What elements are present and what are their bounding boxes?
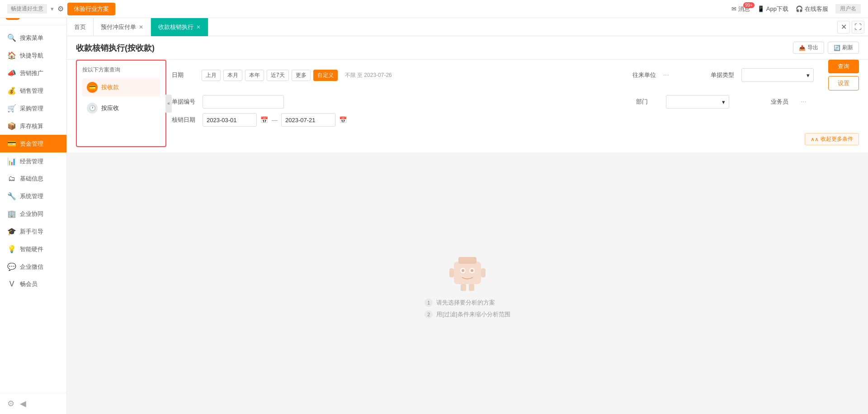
tab-prepay[interactable]: 预付冲应付单 ✕ <box>94 18 151 36</box>
settings-button[interactable]: 设置 <box>828 76 859 90</box>
message-button[interactable]: ✉ 消息 99+ <box>731 5 750 13</box>
collapse-up-icon: ∧∧ <box>811 136 819 143</box>
sidebar-item-hardware[interactable]: 💡 智能硬件 <box>0 240 66 258</box>
dropdown-arrow-icon[interactable]: ▾ <box>51 5 54 12</box>
tab-home[interactable]: 首页 <box>67 18 94 36</box>
online-service-button[interactable]: 🎧 在线客服 <box>796 5 828 13</box>
sidebar-item-enterprise[interactable]: 🏢 企业协同 <box>0 205 66 223</box>
top-bar-right: ✉ 消息 99+ 📱 App下载 🎧 在线客服 用户名 <box>731 4 861 14</box>
sales-label: 销售管理 <box>20 87 43 95</box>
collapse-sidebar-icon[interactable]: ◀ <box>20 399 26 409</box>
svg-rect-7 <box>481 268 486 277</box>
sidebar-item-shortcut[interactable]: 🏠 快捷导航 <box>0 47 66 64</box>
counterpart-label: 往来单位 <box>632 71 656 79</box>
bill-no-input[interactable] <box>203 95 284 109</box>
filter-right: 日期 上月 本月 本年 近7天 更多 自定义 不限 至 2023-07-26 往… <box>172 60 859 147</box>
sidebar-item-guide[interactable]: 🎓 新手引导 <box>0 223 66 240</box>
industry-solution-button[interactable]: 休验行业方案 <box>67 3 115 15</box>
empty-hint-2: 2 用[过滤]条件来缩小分析范围 <box>425 310 510 319</box>
date-filter-label: 日期 <box>172 71 194 79</box>
last-month-button[interactable]: 上月 <box>202 70 221 81</box>
empty-hints: 1 请先选择要分析的方案 2 用[过滤]条件来缩小分析范围 <box>425 299 510 319</box>
calendar-end-icon[interactable]: 📅 <box>339 116 347 124</box>
hardware-label: 智能硬件 <box>20 245 43 253</box>
app-download-button[interactable]: 📱 App下载 <box>757 5 788 13</box>
this-year-button[interactable]: 本年 <box>245 70 264 81</box>
payable-filter-icon: 🕐 <box>87 103 98 114</box>
enterprise-icon: 🏢 <box>7 209 16 218</box>
filter-option-by-receipt[interactable]: 💳 按收款 <box>82 78 160 96</box>
svg-rect-1 <box>458 257 476 264</box>
hint-text-2: 用[过滤]条件来缩小分析范围 <box>436 310 510 319</box>
sidebar-item-purchase[interactable]: 🛒 采购管理 <box>0 100 66 117</box>
tab-receipt[interactable]: 收款核销执行 ✕ <box>151 18 208 36</box>
verify-date-label: 核销日期 <box>172 116 195 124</box>
svg-rect-6 <box>449 268 454 277</box>
sidebar-item-member[interactable]: V 畅会员 <box>0 276 66 293</box>
calendar-start-icon[interactable]: 📅 <box>260 116 268 124</box>
user-profile[interactable]: 用户名 <box>835 4 861 14</box>
verify-date-range: 📅 — 📅 <box>203 113 347 127</box>
more-date-button[interactable]: 更多 <box>292 70 311 81</box>
app-download-label: App下载 <box>766 5 788 13</box>
verify-date-start-input[interactable] <box>203 113 257 127</box>
svg-rect-8 <box>461 284 466 291</box>
page-title-row: 收款核销执行(按收款) 📤 导出 🔄 刷新 <box>76 42 859 59</box>
filter-container: 按以下方案查询 💳 按收款 🕐 按应收 « 日期 上月 <box>76 60 859 147</box>
department-select[interactable]: ▾ <box>666 95 729 109</box>
sidebar-item-inventory[interactable]: 📦 库存核算 <box>0 117 66 135</box>
expand-tab-button[interactable]: ⛶ <box>852 21 864 33</box>
salesman-input[interactable]: ··· <box>801 98 807 106</box>
sidebar-item-operation[interactable]: 📊 经营管理 <box>0 152 66 170</box>
filter-row-2: 单据编号 部门 ▾ 业务员 ··· <box>172 95 859 109</box>
receipt-filter-icon: 💳 <box>87 82 98 93</box>
filter-sidebar: 按以下方案查询 💳 按收款 🕐 按应收 « <box>76 60 166 147</box>
bill-type-select[interactable]: ▾ <box>741 68 814 82</box>
enterprise-label: 企业协同 <box>20 210 43 218</box>
counterpart-input[interactable]: ··· <box>663 71 669 79</box>
collapse-more-button[interactable]: ∧∧ 收起更多条件 <box>805 133 859 145</box>
top-bar: 畅捷通好生意 ▾ ⚙ 休验行业方案 ✉ 消息 99+ 📱 App下载 🎧 在线客… <box>0 0 868 18</box>
member-label: 畅会员 <box>20 280 38 288</box>
close-tab-button[interactable]: ✕ <box>837 21 850 33</box>
sidebar-item-wechat[interactable]: 💬 企业微信 <box>0 258 66 276</box>
hint-num-1: 1 <box>425 299 433 307</box>
filter-area: 按以下方案查询 💳 按收款 🕐 按应收 « 日期 上月 <box>67 60 868 152</box>
date-range-text: 不限 至 2023-07-26 <box>345 71 392 79</box>
export-button[interactable]: 📤 导出 <box>793 42 824 54</box>
sidebar-item-basic[interactable]: 🗂 基础信息 <box>0 170 66 187</box>
query-button[interactable]: 查询 <box>828 60 859 73</box>
last-7days-button[interactable]: 近7天 <box>267 70 289 81</box>
tab-receipt-close-icon[interactable]: ✕ <box>196 24 201 30</box>
filter-sidebar-collapse[interactable]: « <box>165 95 172 113</box>
filter-receipt-label: 按收款 <box>101 83 119 91</box>
filter-option-by-payable[interactable]: 🕐 按应收 <box>82 99 160 117</box>
settings-icon[interactable]: ⚙ <box>7 399 14 409</box>
svg-rect-9 <box>469 284 474 291</box>
svg-point-4 <box>462 269 464 272</box>
date-quick-buttons: 上月 本月 本年 近7天 更多 自定义 <box>202 70 338 81</box>
gear-icon[interactable]: ⚙ <box>57 5 64 13</box>
verify-date-end-input[interactable] <box>281 113 335 127</box>
custom-date-button[interactable]: 自定义 <box>313 70 338 81</box>
tab-receipt-label: 收款核销执行 <box>158 23 193 31</box>
search-icon: 🔍 <box>7 33 16 42</box>
inventory-label: 库存核算 <box>20 122 43 130</box>
sidebar-item-marketing[interactable]: 📣 营销推广 <box>0 64 66 82</box>
mobile-icon: 📱 <box>757 5 764 12</box>
tab-prepay-close-icon[interactable]: ✕ <box>139 24 143 30</box>
sidebar-item-system[interactable]: 🔧 系统管理 <box>0 187 66 205</box>
empty-hint-1: 1 请先选择要分析的方案 <box>425 299 510 307</box>
sidebar-item-finance[interactable]: 💳 资金管理 <box>0 135 66 152</box>
top-bar-left: 畅捷通好生意 ▾ ⚙ 休验行业方案 <box>7 3 731 15</box>
filter-row-3: 核销日期 📅 — 📅 <box>172 113 859 127</box>
sidebar-item-search[interactable]: 🔍 搜索菜单 <box>0 29 66 47</box>
finance-label: 资金管理 <box>20 140 43 148</box>
page-header: 收款核销执行(按收款) 📤 导出 🔄 刷新 <box>67 36 868 60</box>
sidebar-nav: 🔍 搜索菜单 🏠 快捷导航 📣 营销推广 💰 销售管理 🛒 采购管理 📦 库存核… <box>0 25 66 393</box>
this-month-button[interactable]: 本月 <box>223 70 242 81</box>
sidebar-item-sales[interactable]: 💰 销售管理 <box>0 82 66 100</box>
operation-label: 经营管理 <box>20 157 43 166</box>
operation-icon: 📊 <box>7 157 16 166</box>
refresh-button[interactable]: 🔄 刷新 <box>828 42 859 54</box>
